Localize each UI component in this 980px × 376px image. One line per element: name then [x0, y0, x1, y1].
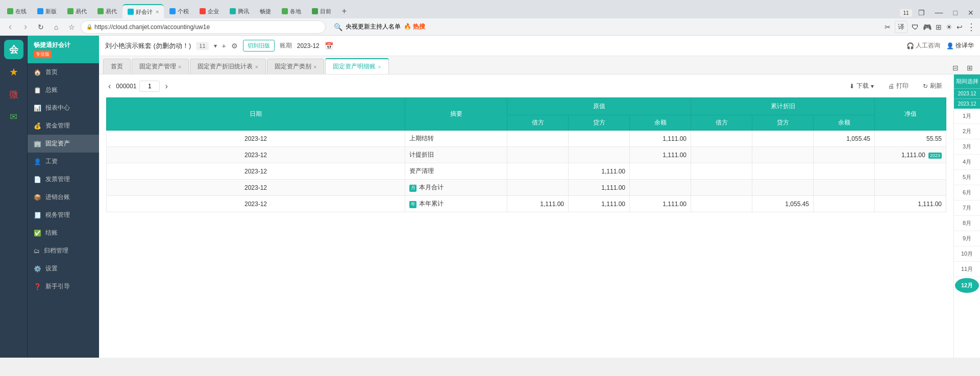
icon-rail-star[interactable]: ★ [4, 62, 23, 82]
period-month-8[interactable]: 8月 [954, 216, 980, 231]
brightness-icon[interactable]: ☀ [946, 23, 952, 31]
shrink-tab-btn[interactable]: ⊟ [949, 62, 962, 74]
window-close-btn[interactable]: ✕ [964, 8, 978, 18]
tab-geshui[interactable]: 个税 [164, 4, 194, 18]
prev-page-btn[interactable]: ‹ [106, 81, 113, 92]
sidebar-item-reports[interactable]: 📊 报表中心 [28, 99, 99, 117]
tab-asset-category-close[interactable]: × [313, 64, 316, 70]
tab-asset-detail-ledger[interactable]: 固定资产明细账 × [325, 58, 388, 74]
calendar-icon[interactable]: 📅 [325, 42, 333, 50]
tab-changjie[interactable]: 畅捷 [255, 4, 276, 18]
tab-home[interactable]: 首页 [103, 59, 131, 74]
period-month-7[interactable]: 7月 [954, 200, 980, 216]
back-btn[interactable]: ‹ [4, 21, 16, 33]
scissors-icon[interactable]: ✂ [885, 23, 891, 31]
settings-btn[interactable]: ⚙ [231, 42, 238, 50]
tab-online[interactable]: 在线 [2, 4, 32, 18]
sidebar-item-tax[interactable]: 🧾 税务管理 [28, 206, 99, 224]
sidebar-item-finance[interactable]: 💰 资金管理 [28, 117, 99, 135]
sidebar-item-fixed-assets[interactable]: 🏢 固定资产 [28, 135, 99, 153]
tab-asset-detail-ledger-close[interactable]: × [378, 64, 381, 70]
icon-rail-mail[interactable]: ✉ [4, 107, 23, 127]
home-btn[interactable]: ⌂ [50, 21, 62, 33]
sidebar-logo-text: 畅捷通好会计 [34, 41, 93, 49]
tab-asset-mgmt[interactable]: 固定资产管理 × [132, 59, 189, 74]
sidebar-logo-area: 畅捷通好会计 专业版 [28, 36, 99, 63]
tab-label-changjie: 畅捷 [260, 8, 271, 15]
tab-depreciation-stats-close[interactable]: × [255, 64, 258, 70]
expand-tab-btn[interactable]: ⊞ [964, 62, 976, 74]
translate-icon[interactable]: 译 [895, 21, 908, 33]
sidebar-item-closing[interactable]: ✅ 结账 [28, 224, 99, 242]
tab-gedi[interactable]: 各地 [277, 4, 306, 18]
user-btn[interactable]: 👤 徐译华 [946, 41, 974, 50]
grid-icon[interactable]: ⊞ [936, 23, 942, 31]
cell-accum-debit-4 [691, 180, 752, 196]
period-selected-date-1[interactable]: 2023.12 [954, 88, 980, 98]
tab-depreciation-stats[interactable]: 固定资产折旧统计表 × [190, 59, 265, 74]
period-month-6[interactable]: 6月 [954, 185, 980, 200]
period-month-9[interactable]: 9月 [954, 231, 980, 246]
tab-yidai1[interactable]: 易代 [62, 4, 92, 18]
period-month-4[interactable]: 4月 [954, 155, 980, 170]
icon-rail-logo[interactable]: 会 [4, 40, 23, 59]
period-month-11[interactable]: 11月 [954, 262, 980, 277]
sidebar-item-inventory[interactable]: 📦 进销台账 [28, 188, 99, 206]
refresh-btn[interactable]: ↻ [35, 21, 47, 33]
download-btn[interactable]: ⬇ 下载 ▾ [845, 80, 878, 92]
print-btn[interactable]: 🖨 打印 [884, 80, 913, 92]
page-number-label: 000001 [116, 83, 136, 90]
support-btn[interactable]: 🎧 人工咨询 [906, 41, 940, 50]
sidebar-item-settings[interactable]: ⚙️ 设置 [28, 260, 99, 278]
sidebar-nav: 🏠 首页 📋 总账 📊 报表中心 💰 资金管理 🏢 固定资产 [28, 63, 99, 295]
sidebar-item-home[interactable]: 🏠 首页 [28, 63, 99, 81]
tab-qiye[interactable]: 企业 [194, 4, 224, 18]
sidebar-label-guide: 新手引导 [45, 282, 70, 291]
window-minimize-btn[interactable]: — [931, 7, 947, 18]
period-month-10[interactable]: 10月 [954, 246, 980, 262]
tab-haokuaiji[interactable]: 好会计 × [122, 4, 164, 18]
tab-yidai2[interactable]: 易代 [92, 4, 122, 18]
period-month-12[interactable]: 12月 [955, 278, 979, 293]
dropdown-arrow[interactable]: ▾ [214, 42, 217, 49]
add-tab-button[interactable]: + [337, 4, 351, 18]
period-month-1[interactable]: 1月 [954, 109, 980, 124]
game-icon[interactable]: 🎮 [923, 23, 932, 31]
sidebar-item-salary[interactable]: 👤 工资 [28, 153, 99, 170]
next-page-btn[interactable]: › [163, 81, 169, 92]
version-btn[interactable]: 切到旧版 [243, 40, 275, 52]
sidebar-item-invoice[interactable]: 📄 发票管理 [28, 170, 99, 188]
tab-mubiao[interactable]: 目前 [307, 4, 336, 18]
sidebar-item-archive[interactable]: 🗂 归档管理 [28, 242, 99, 260]
window-maximize-btn[interactable]: □ [949, 8, 962, 18]
period-selected-date-2[interactable]: 2023.12 [954, 98, 980, 109]
period-month-2[interactable]: 2月 [954, 124, 980, 139]
app-header: 刘小艳演示账套 (勿删勿动！) 11 ▾ + ⚙ 切到旧版 账期 2023-12… [99, 36, 980, 56]
tab-close-haokuaiji[interactable]: × [156, 9, 159, 15]
period-panel: 期间选择 2023.12 2023.12 1月 2月 3月 4月 5月 6月 7… [953, 74, 980, 358]
tab-new[interactable]: 新版 [32, 4, 62, 18]
refresh-ledger-btn[interactable]: ↻ 刷新 [919, 80, 946, 92]
tab-asset-category[interactable]: 固定资产类别 × [267, 59, 324, 74]
table-row: 2023-12 年 本年累计 1,111.00 1,111.00 1,111.0… [107, 196, 946, 212]
period-month-3[interactable]: 3月 [954, 139, 980, 155]
tab-asset-mgmt-close[interactable]: × [178, 64, 181, 70]
search-area[interactable]: 🔍 央视更新主持人名单 🔥 热搜 [334, 22, 425, 31]
company-name[interactable]: 刘小艳演示账套 (勿删勿动！) [105, 41, 191, 51]
add-company-btn[interactable]: + [222, 42, 226, 50]
sidebar-item-general-ledger[interactable]: 📋 总账 [28, 81, 99, 99]
more-icon[interactable]: ⋮ [967, 21, 976, 33]
account-count-badge: 11 [196, 42, 208, 50]
page-input[interactable] [139, 81, 160, 92]
undo-icon[interactable]: ↩ [957, 23, 963, 31]
bookmark-btn[interactable]: ☆ [65, 21, 78, 33]
shield-icon[interactable]: 🛡 [912, 23, 919, 31]
icon-rail-weibo[interactable]: 微 [4, 85, 23, 104]
period-month-5[interactable]: 5月 [954, 170, 980, 185]
window-restore-btn[interactable]: ❐ [914, 8, 929, 18]
sidebar-item-guide[interactable]: ❓ 新手引导 [28, 278, 99, 295]
tab-tengxun[interactable]: 腾讯 [225, 4, 254, 18]
forward-btn[interactable]: › [19, 21, 32, 33]
period-value[interactable]: 2023-12 [297, 42, 320, 49]
url-bar[interactable]: 🔒 https://cloud.chanjet.com/accounting/u… [81, 20, 326, 34]
